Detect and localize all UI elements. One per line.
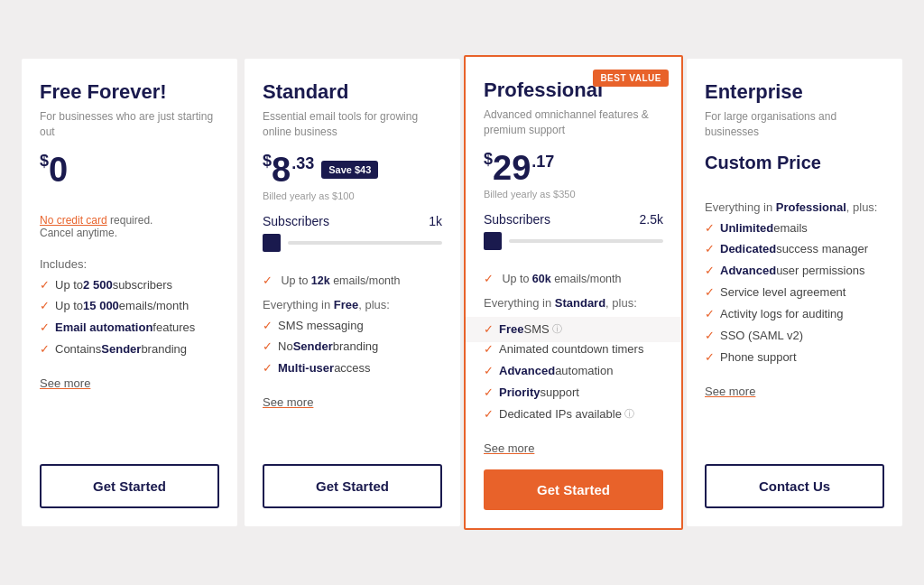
- subscribers-label-row: Subscribers 1k: [263, 214, 442, 228]
- plan-card-enterprise: EnterpriseFor large organisations and bu…: [687, 59, 902, 526]
- check-icon: ✓: [263, 339, 273, 355]
- slider-track[interactable]: [288, 241, 442, 245]
- see-more-link[interactable]: See more: [40, 376, 219, 390]
- check-icon: ✓: [263, 361, 273, 376]
- plan-card-professional: BEST VALUEProfessionalAdvanced omnichann…: [464, 55, 683, 530]
- feature-bold: Priority: [499, 385, 541, 401]
- features-list: ✓ Free SMS ⓘ ✓ Animated countdown timers…: [484, 317, 663, 429]
- feature-item: ✓ SMS messaging: [263, 319, 442, 334]
- subscribers-value: 2.5k: [640, 212, 663, 227]
- plan-card-standard: StandardEssential email tools for growin…: [245, 59, 460, 526]
- feature-bold: Sender: [101, 342, 141, 358]
- check-icon: ✓: [263, 319, 273, 334]
- custom-price: Custom Price: [705, 153, 884, 173]
- plan-price: $29.17: [484, 151, 554, 185]
- feature-item: ✓ Multi-user access: [263, 361, 442, 376]
- plan-name: Free Forever!: [40, 80, 219, 104]
- cta-button[interactable]: Get Started: [40, 464, 219, 508]
- spacer: [263, 423, 442, 464]
- slider-thumb[interactable]: [484, 232, 502, 250]
- check-icon: ✓: [484, 322, 494, 338]
- price-row: $0: [40, 153, 219, 187]
- feature-item: ✓ Service level agreement: [705, 285, 884, 301]
- slider-container[interactable]: [263, 234, 442, 252]
- price-row: $29.17: [484, 151, 663, 185]
- feature-item: ✓ Up to 15 000 emails/month: [40, 299, 219, 314]
- check-icon: ✓: [705, 329, 715, 344]
- everything-in: Everything in Standard, plus:: [484, 296, 663, 310]
- emails-bold: 12k: [311, 274, 330, 287]
- best-value-badge: BEST VALUE: [593, 70, 669, 87]
- subscribers-value: 1k: [429, 214, 442, 228]
- everything-in: Everything in Free, plus:: [263, 298, 442, 311]
- slider-thumb[interactable]: [263, 234, 281, 252]
- subscribers-section: Subscribers 2.5k: [484, 212, 663, 259]
- feature-item: ✓ No Sender branding: [263, 339, 442, 355]
- price-row: $8.33 Save $43: [263, 153, 442, 187]
- subscribers-label: Subscribers: [484, 212, 550, 227]
- features-list: ✓ Up to 2 500 subscribers ✓ Up to 15 000…: [40, 278, 219, 365]
- everything-in-bold: Professional: [776, 200, 846, 214]
- billing-note: Billed yearly as $350: [484, 189, 663, 200]
- feature-item: ✓ Animated countdown timers: [484, 342, 663, 358]
- info-icon: ⓘ: [552, 322, 562, 335]
- feature-item: ✓ Advanced user permissions: [705, 264, 884, 279]
- spacer: [40, 404, 219, 464]
- check-icon: ✓: [484, 407, 494, 422]
- feature-item: ✓ Unlimited emails: [705, 221, 884, 237]
- feature-item: ✓ SSO (SAML v2): [705, 329, 884, 344]
- no-credit-link[interactable]: No credit card: [40, 214, 107, 227]
- feature-item: ✓ Contains Sender branding: [40, 342, 219, 358]
- spacer: [705, 413, 884, 464]
- emails-bold: 60k: [532, 273, 551, 285]
- see-more-link[interactable]: See more: [263, 395, 442, 409]
- feature-bold: Free: [499, 322, 523, 338]
- emails-feature: ✓ Up to 12k emails/month: [263, 274, 442, 287]
- plan-price: $0: [40, 153, 68, 187]
- plan-price: $8.33: [263, 153, 314, 187]
- slider-track[interactable]: [509, 239, 663, 243]
- cta-button[interactable]: Get Started: [263, 464, 442, 508]
- cta-button[interactable]: Get Started: [484, 469, 663, 510]
- plan-name: Standard: [263, 80, 442, 104]
- feature-bold: Email automation: [55, 320, 152, 336]
- check-icon: ✓: [40, 299, 50, 314]
- check-icon: ✓: [484, 364, 494, 379]
- see-more-link[interactable]: See more: [484, 441, 663, 455]
- feature-item: ✓ Phone support: [705, 350, 884, 366]
- features-list: ✓ Unlimited emails ✓ Dedicated success m…: [705, 221, 884, 372]
- features-list: ✓ SMS messaging ✓ No Sender branding ✓ M…: [263, 319, 442, 384]
- feature-item: ✓ Advanced automation: [484, 364, 663, 379]
- see-more-link[interactable]: See more: [705, 385, 884, 398]
- plan-description: For large organisations and businesses: [705, 109, 884, 140]
- plan-description: Advanced omnichannel features & premium …: [484, 107, 663, 138]
- feature-bold: Sender: [293, 339, 333, 355]
- info-icon: ⓘ: [624, 407, 634, 420]
- includes-label: Includes:: [40, 257, 219, 271]
- cta-button[interactable]: Contact Us: [705, 464, 884, 508]
- check-icon: ✓: [484, 272, 494, 285]
- feature-item: ✓ Priority support: [484, 385, 663, 401]
- plan-name: Enterprise: [705, 80, 884, 104]
- pricing-container: Free Forever!For businesses who are just…: [18, 55, 906, 530]
- plan-description: For businesses who are just starting out: [40, 109, 219, 140]
- subscribers-section: Subscribers 1k: [263, 214, 442, 261]
- save-badge: Save $43: [321, 161, 378, 179]
- feature-item: ✓ Free SMS ⓘ: [466, 317, 681, 343]
- check-icon: ✓: [40, 320, 50, 336]
- feature-item: ✓ Email automation features: [40, 320, 219, 336]
- feature-item: ✓ Activity logs for auditing: [705, 307, 884, 322]
- feature-bold: Advanced: [499, 364, 555, 379]
- feature-item: ✓ Dedicated IPs available ⓘ: [484, 407, 663, 422]
- feature-bold: Dedicated: [720, 242, 776, 257]
- billing-note: Billed yearly as $100: [263, 190, 442, 201]
- feature-bold: 15 000: [83, 299, 119, 314]
- subscribers-label: Subscribers: [263, 214, 329, 228]
- check-icon: ✓: [484, 385, 494, 401]
- slider-container[interactable]: [484, 232, 663, 250]
- check-icon: ✓: [40, 342, 50, 358]
- check-icon: ✓: [263, 274, 273, 287]
- everything-in-bold: Standard: [555, 296, 605, 310]
- everything-in: Everything in Professional, plus:: [705, 200, 884, 214]
- plan-card-free: Free Forever!For businesses who are just…: [22, 59, 237, 526]
